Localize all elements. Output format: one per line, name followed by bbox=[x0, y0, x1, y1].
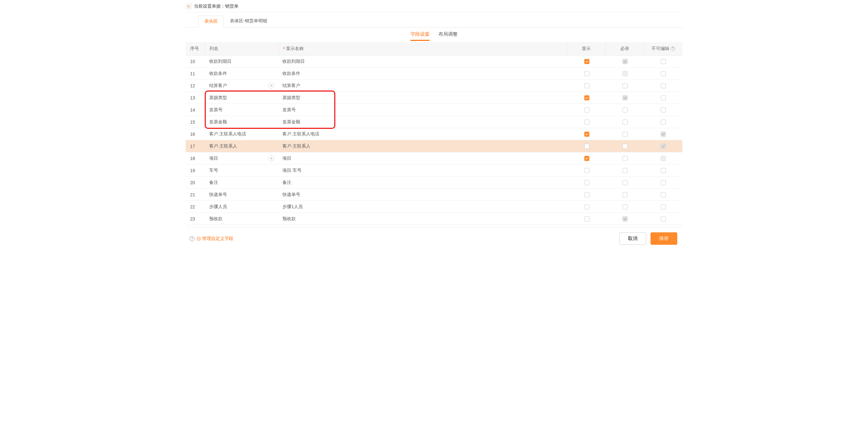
th-display-label: 显示名称 bbox=[286, 46, 304, 52]
cell-required bbox=[606, 156, 644, 161]
cell-show bbox=[568, 204, 606, 209]
cancel-button[interactable]: 取消 bbox=[619, 232, 646, 245]
cell-display[interactable]: 客户.主联系人 bbox=[278, 143, 568, 149]
checkbox[interactable] bbox=[584, 132, 589, 137]
cell-display[interactable]: 结算客户 bbox=[278, 83, 568, 89]
cell-required bbox=[606, 180, 644, 185]
checkbox[interactable] bbox=[661, 204, 666, 209]
cell-readonly bbox=[644, 144, 682, 149]
checkbox[interactable] bbox=[622, 180, 628, 185]
add-child-button[interactable] bbox=[269, 155, 274, 161]
checkbox[interactable] bbox=[661, 180, 666, 185]
cell-name-label: 发票金额 bbox=[209, 119, 227, 125]
footer: ? 管理自定义字段 取消 保存 bbox=[186, 227, 682, 250]
checkbox[interactable] bbox=[661, 95, 666, 101]
cell-display[interactable]: 项目 bbox=[278, 155, 568, 161]
cell-display[interactable]: 预收款 bbox=[278, 216, 568, 222]
cell-seq: 10 bbox=[186, 59, 205, 64]
collapse-icon[interactable] bbox=[186, 3, 192, 9]
th-show: 显示 bbox=[567, 42, 605, 55]
cell-name: 发票金额 bbox=[205, 119, 278, 125]
tab-header-area[interactable]: 表头区 bbox=[198, 15, 224, 27]
cell-display[interactable]: 收款到期日 bbox=[278, 59, 568, 64]
cell-show bbox=[568, 180, 606, 185]
cell-display[interactable]: 步骤1人员 bbox=[278, 204, 568, 210]
checkbox[interactable] bbox=[584, 59, 589, 64]
checkbox bbox=[622, 71, 628, 76]
checkbox[interactable] bbox=[661, 217, 666, 222]
sub-tab-field-settings[interactable]: 字段设置 bbox=[410, 31, 430, 41]
cell-name-label: 收款到期日 bbox=[209, 59, 231, 64]
cell-seq: 21 bbox=[186, 192, 205, 197]
checkbox[interactable] bbox=[622, 132, 628, 137]
checkbox[interactable] bbox=[584, 204, 589, 209]
checkbox[interactable] bbox=[584, 95, 589, 101]
checkbox[interactable] bbox=[622, 156, 628, 161]
checkbox bbox=[661, 156, 666, 161]
checkbox[interactable] bbox=[661, 59, 666, 64]
checkbox[interactable] bbox=[622, 168, 628, 173]
checkbox[interactable] bbox=[584, 144, 589, 149]
checkbox[interactable] bbox=[661, 107, 666, 113]
table-row: 12结算客户结算客户 bbox=[186, 80, 682, 92]
checkbox[interactable] bbox=[584, 217, 589, 222]
manage-custom-fields-link[interactable]: 管理自定义字段 bbox=[196, 236, 234, 241]
cell-display[interactable]: 收款条件 bbox=[278, 71, 568, 77]
cell-required bbox=[606, 168, 644, 173]
checkbox[interactable] bbox=[584, 107, 589, 113]
cell-name-label: 预收款 bbox=[209, 216, 223, 222]
checkbox bbox=[622, 59, 628, 64]
add-child-button[interactable] bbox=[269, 83, 274, 89]
cell-required bbox=[606, 192, 644, 197]
checkbox[interactable] bbox=[622, 204, 628, 209]
cell-seq: 19 bbox=[186, 168, 205, 173]
checkbox[interactable] bbox=[661, 168, 666, 173]
cell-display[interactable]: 发票号 bbox=[278, 107, 568, 113]
tab-body-area[interactable]: 表体区-销货单明细 bbox=[224, 15, 273, 27]
checkbox[interactable] bbox=[622, 119, 628, 125]
cell-seq: 13 bbox=[186, 95, 205, 101]
cell-required bbox=[606, 204, 644, 209]
checkbox[interactable] bbox=[584, 180, 589, 185]
gear-icon bbox=[196, 236, 201, 241]
cell-name: 收款条件 bbox=[205, 71, 278, 77]
checkbox bbox=[622, 217, 628, 222]
checkbox[interactable] bbox=[584, 156, 589, 161]
checkbox[interactable] bbox=[661, 71, 666, 76]
checkbox[interactable] bbox=[622, 107, 628, 113]
table-row: 16客户.主联系人电话客户.主联系人电话 bbox=[186, 128, 682, 140]
cell-name: 快递单号 bbox=[205, 192, 278, 198]
checkbox[interactable] bbox=[584, 168, 589, 173]
cell-required bbox=[606, 83, 644, 88]
cell-display[interactable]: 备注 bbox=[278, 180, 568, 185]
table-row: 21快递单号快递单号 bbox=[186, 189, 682, 201]
table-row: 22步骤人员步骤1人员 bbox=[186, 201, 682, 213]
checkbox[interactable] bbox=[622, 144, 628, 149]
cell-name: 客户.主联系人电话 bbox=[205, 131, 278, 137]
checkbox[interactable] bbox=[584, 71, 589, 76]
cell-display[interactable]: 客户.主联系人电话 bbox=[278, 131, 568, 137]
checkbox[interactable] bbox=[584, 83, 589, 88]
cell-display[interactable]: 项目.车号 bbox=[278, 168, 568, 173]
help-icon[interactable]: ? bbox=[671, 47, 675, 51]
cell-name: 车号 bbox=[205, 168, 278, 173]
cell-name-label: 收款条件 bbox=[209, 71, 227, 77]
checkbox[interactable] bbox=[622, 83, 628, 88]
cell-display[interactable]: 发票金额 bbox=[278, 119, 568, 125]
cell-name-label: 票据类型 bbox=[209, 95, 227, 101]
cell-display[interactable]: 票据类型 bbox=[278, 95, 568, 101]
checkbox[interactable] bbox=[661, 119, 666, 125]
checkbox[interactable] bbox=[661, 83, 666, 88]
save-button[interactable]: 保存 bbox=[651, 232, 677, 245]
checkbox[interactable] bbox=[584, 192, 589, 197]
cell-required bbox=[606, 71, 644, 76]
sub-tab-layout-adjust[interactable]: 布局调整 bbox=[438, 31, 458, 41]
checkbox[interactable] bbox=[584, 119, 589, 125]
th-name: 列名 bbox=[205, 42, 278, 55]
question-icon[interactable]: ? bbox=[189, 236, 194, 241]
checkbox[interactable] bbox=[661, 192, 666, 197]
table-row: 17客户.主联系人客户.主联系人 bbox=[186, 140, 682, 152]
checkbox[interactable] bbox=[622, 192, 628, 197]
cell-show bbox=[568, 95, 606, 101]
cell-display[interactable]: 快递单号 bbox=[278, 192, 568, 198]
